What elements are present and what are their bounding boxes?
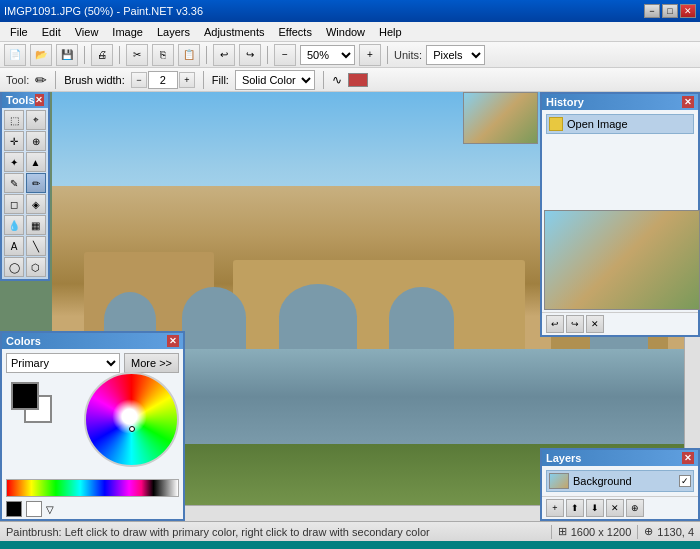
layer-down-btn[interactable]: ⬇: [586, 499, 604, 517]
minimize-button[interactable]: −: [644, 4, 660, 18]
brush-increase[interactable]: +: [179, 72, 195, 88]
colors-header: Primary Secondary More >>: [2, 349, 183, 377]
white-swatch[interactable]: [26, 501, 42, 517]
color-strip[interactable]: [6, 479, 179, 497]
dimensions-value: 1600 x 1200: [571, 526, 632, 538]
layer-visibility-check[interactable]: ✓: [679, 475, 691, 487]
history-redo-btn[interactable]: ↪: [566, 315, 584, 333]
history-panel-close[interactable]: ✕: [682, 96, 694, 108]
history-item-label: Open Image: [567, 118, 628, 130]
menu-adjustments[interactable]: Adjustments: [198, 24, 271, 40]
history-panel: History ✕ Open Image ↩ ↪ ✕: [540, 92, 700, 337]
primary-color-swatch[interactable]: [11, 382, 39, 410]
new-button[interactable]: 📄: [4, 44, 26, 66]
zoom-in-button[interactable]: +: [359, 44, 381, 66]
history-clear-btn[interactable]: ✕: [586, 315, 604, 333]
open-button[interactable]: 📂: [30, 44, 52, 66]
status-coordinates: ⊕ 1130, 4: [644, 525, 694, 538]
cut-button[interactable]: ✂: [126, 44, 148, 66]
tool-clone[interactable]: ◈: [26, 194, 46, 214]
brush-width-input[interactable]: [148, 71, 178, 89]
layer-check-icon: ✓: [679, 475, 691, 487]
print-button[interactable]: 🖨: [91, 44, 113, 66]
save-button[interactable]: 💾: [56, 44, 78, 66]
brush-width-label: Brush width:: [64, 74, 125, 86]
copy-button[interactable]: ⎘: [152, 44, 174, 66]
coords-icon: ⊕: [644, 525, 653, 538]
colors-more-button[interactable]: More >>: [124, 353, 179, 373]
layer-item[interactable]: Background ✓: [546, 470, 694, 492]
close-button[interactable]: ✕: [680, 4, 696, 18]
layers-panel: Layers ✕ Background ✓ + ⬆ ⬇ ✕ ⊕: [540, 448, 700, 521]
history-toolbar: ↩ ↪ ✕: [542, 312, 698, 335]
fill-label: Fill:: [212, 74, 229, 86]
color-mode-dropdown[interactable]: Primary Secondary: [6, 353, 120, 373]
tool-label: Tool:: [6, 74, 29, 86]
title-bar: IMGP1091.JPG (50%) - Paint.NET v3.36 − □…: [0, 0, 700, 22]
zoom-out-button[interactable]: −: [274, 44, 296, 66]
menu-image[interactable]: Image: [106, 24, 149, 40]
menu-help[interactable]: Help: [373, 24, 408, 40]
layer-up-btn[interactable]: ⬆: [566, 499, 584, 517]
menu-edit[interactable]: Edit: [36, 24, 67, 40]
options-sep-2: [203, 71, 204, 89]
fill-dropdown[interactable]: Solid Color Gradient: [235, 70, 315, 90]
tool-magic-wand[interactable]: ✦: [4, 152, 24, 172]
undo-button[interactable]: ↩: [213, 44, 235, 66]
menu-window[interactable]: Window: [320, 24, 371, 40]
paste-button[interactable]: 📋: [178, 44, 200, 66]
tool-eraser[interactable]: ◻: [4, 194, 24, 214]
history-item-icon: [549, 117, 563, 131]
toolbar-sep-5: [387, 46, 388, 64]
bridge-center: [233, 260, 525, 350]
active-tool-icon: ✏: [35, 72, 47, 88]
black-swatch[interactable]: [6, 501, 22, 517]
tool-lasso[interactable]: ⌖: [26, 110, 46, 130]
tool-freeform[interactable]: ⬡: [26, 257, 46, 277]
status-dimensions: ⊞ 1600 x 1200: [558, 525, 632, 538]
colors-panel-close[interactable]: ✕: [167, 335, 179, 347]
tools-panel: Tools ✕ ⬚ ⌖ ✛ ⊕ ✦ ▲ ✎ ✏ ◻ ◈ 💧 ▦ A ╲ ◯ ⬡: [0, 92, 50, 281]
history-undo-btn[interactable]: ↩: [546, 315, 564, 333]
units-dropdown[interactable]: Pixels Inches: [426, 45, 485, 65]
menu-bar: File Edit View Image Layers Adjustments …: [0, 22, 700, 42]
menu-view[interactable]: View: [69, 24, 105, 40]
tool-text[interactable]: A: [4, 236, 24, 256]
redo-button[interactable]: ↪: [239, 44, 261, 66]
tool-pencil[interactable]: ✎: [4, 173, 24, 193]
layers-toolbar: + ⬆ ⬇ ✕ ⊕: [542, 496, 698, 519]
layers-panel-close[interactable]: ✕: [682, 452, 694, 464]
tool-rect-select[interactable]: ⬚: [4, 110, 24, 130]
menu-effects[interactable]: Effects: [273, 24, 318, 40]
size-icon: ⊞: [558, 525, 567, 538]
color-wheel[interactable]: [84, 372, 179, 467]
layer-delete-btn[interactable]: ✕: [606, 499, 624, 517]
layer-name: Background: [573, 475, 632, 487]
layer-props-btn[interactable]: ⊕: [626, 499, 644, 517]
toolbar-sep-2: [119, 46, 120, 64]
tool-zoom[interactable]: ⊕: [26, 131, 46, 151]
history-title-label: History: [546, 96, 584, 108]
arch-3: [279, 284, 357, 349]
tool-gradient[interactable]: ▦: [26, 215, 46, 235]
tool-paintbrush[interactable]: ✏: [26, 173, 46, 193]
color-wheel-dot: [129, 426, 135, 432]
tool-line[interactable]: ╲: [26, 236, 46, 256]
layers-title-label: Layers: [546, 452, 581, 464]
layer-add-btn[interactable]: +: [546, 499, 564, 517]
tool-move[interactable]: ✛: [4, 131, 24, 151]
window-title: IMGP1091.JPG (50%) - Paint.NET v3.36: [4, 5, 203, 17]
tool-shapes[interactable]: ◯: [4, 257, 24, 277]
maximize-button[interactable]: □: [662, 4, 678, 18]
history-item[interactable]: Open Image: [546, 114, 694, 134]
colors-panel-title: Colors ✕: [2, 333, 183, 349]
options-sep-1: [55, 71, 56, 89]
menu-file[interactable]: File: [4, 24, 34, 40]
brush-decrease[interactable]: −: [131, 72, 147, 88]
menu-layers[interactable]: Layers: [151, 24, 196, 40]
tool-color-picker[interactable]: 💧: [4, 215, 24, 235]
tool-options-bar: Tool: ✏ Brush width: − + Fill: Solid Col…: [0, 68, 700, 92]
zoom-dropdown[interactable]: 50% 100% 200%: [300, 45, 355, 65]
tools-panel-close[interactable]: ✕: [35, 94, 44, 106]
tool-paint-bucket[interactable]: ▲: [26, 152, 46, 172]
